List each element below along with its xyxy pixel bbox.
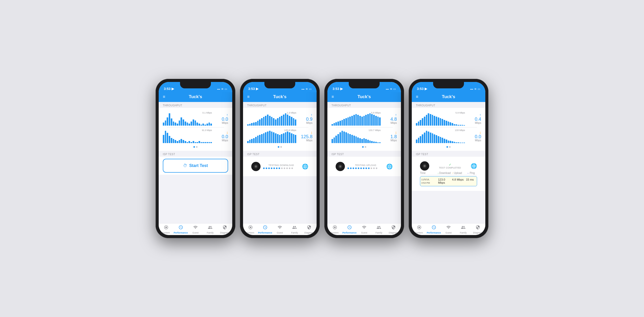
app-title: Tuck's bbox=[442, 94, 455, 99]
notch bbox=[264, 82, 295, 88]
tab-family[interactable]: Family bbox=[372, 225, 386, 234]
tab-performance[interactable]: Performance bbox=[426, 225, 441, 234]
menu-icon[interactable]: ≡ bbox=[332, 95, 334, 99]
upload-value-area: ↑ 0.9 Mbps bbox=[298, 113, 312, 124]
tab-system[interactable]: System bbox=[412, 225, 426, 234]
menu-icon[interactable]: ≡ bbox=[247, 95, 249, 99]
result-upload-value: 4.8 Mbps bbox=[452, 178, 466, 184]
tab-icon-performance bbox=[347, 225, 352, 231]
upload-chart-container: 5.9 Mbps ↑ 4.8 Mbps 133.7 Mbps bbox=[327, 108, 401, 151]
tab-guest[interactable]: Guest bbox=[441, 225, 456, 234]
status-icons: ▪▪▪ ≋ ▭ bbox=[386, 87, 396, 91]
tab-system[interactable]: System bbox=[159, 225, 173, 234]
tab-performance[interactable]: Performance bbox=[258, 225, 272, 234]
content-area: THROUGHPUT 5.9 Mbps ↑ 4.8 Mbps bbox=[327, 102, 401, 223]
globe-icon: 🌐 bbox=[302, 163, 308, 170]
tab-system[interactable]: System bbox=[243, 225, 258, 234]
tab-guest[interactable]: Guest bbox=[272, 225, 287, 234]
header-upload: ↑Upload bbox=[452, 172, 467, 174]
battery-icon: ▭ bbox=[225, 87, 227, 91]
download-chart-row: 125.8 Mbps ↓ 125.8 Mbps bbox=[247, 127, 312, 145]
results-header: Time ↓Download ↑Upload ↔Ping bbox=[420, 171, 477, 175]
upload-value-area: ↑ 4.8 Mbps bbox=[383, 113, 397, 124]
tab-system[interactable]: System bbox=[327, 225, 342, 234]
tab-icon-guest bbox=[193, 225, 198, 231]
download-unit: Mbps bbox=[467, 139, 481, 142]
tab-icon-system bbox=[417, 225, 422, 231]
tab-family[interactable]: Family bbox=[287, 225, 302, 234]
tab-icon-system bbox=[333, 225, 337, 231]
tab-icon-guest bbox=[362, 225, 366, 231]
dot-1 bbox=[362, 146, 364, 148]
tab-guest[interactable]: Guest bbox=[188, 225, 203, 234]
upload-unit: Mbps bbox=[383, 122, 397, 124]
test-completed-row: ✓ TEST COMPLETED 🌐 bbox=[420, 161, 477, 171]
upload-bars: 1.3 Mbps bbox=[247, 111, 296, 126]
tab-label-family: Family bbox=[460, 231, 467, 234]
start-test-label: Start Test bbox=[189, 163, 208, 168]
upload-max-label: 5.9 Mbps bbox=[371, 111, 381, 114]
notch bbox=[433, 82, 464, 88]
tab-diagnose[interactable]: Diagnose bbox=[386, 225, 401, 234]
phones-container: 3:53 ▶ ▪▪▪ ≋ ▭ ≡ Tuck's THROUGHPUT 0.1 M… bbox=[156, 79, 488, 238]
result-download-value: 123.0 Mbps bbox=[438, 178, 452, 184]
menu-icon[interactable]: ≡ bbox=[416, 95, 418, 99]
upload-chart-row: 5.9 Mbps ↑ 0.4 Mbps bbox=[416, 110, 481, 127]
download-max-label: 91.0 kbps bbox=[202, 129, 212, 132]
throughput-label: THROUGHPUT bbox=[327, 102, 401, 108]
dot-2 bbox=[449, 146, 451, 148]
status-icons: ▪▪▪ ≋ ▭ bbox=[470, 87, 480, 91]
tab-performance[interactable]: Performance bbox=[173, 225, 188, 234]
tab-label-family: Family bbox=[207, 231, 214, 234]
menu-icon[interactable]: ≡ bbox=[163, 95, 165, 99]
download-chart-row: 91.0 kbps ↓ 0.0 Mbps bbox=[163, 127, 228, 145]
tab-icon-guest bbox=[446, 225, 451, 231]
tab-icon-diagnose bbox=[476, 225, 480, 231]
tab-label-guest: Guest bbox=[361, 231, 367, 234]
upload-value-area: ↑ 0.0 Mbps bbox=[214, 113, 228, 124]
tab-label-guest: Guest bbox=[192, 231, 199, 234]
tab-label-diagnose: Diagnose bbox=[304, 231, 314, 234]
phone-screen: 3:53 ▶ ▪▪▪ ≋ ▭ ≡ Tuck's THROUGHPUT 5.9 M… bbox=[327, 82, 401, 235]
tab-diagnose[interactable]: Diagnose bbox=[218, 225, 232, 234]
tab-guest[interactable]: Guest bbox=[357, 225, 371, 234]
tab-bar: System Performance Guest Family bbox=[327, 223, 401, 235]
start-test-button[interactable]: ⏱ Start Test bbox=[163, 159, 228, 173]
download-unit: Mbps bbox=[383, 139, 397, 142]
tab-family[interactable]: Family bbox=[456, 225, 471, 234]
upload-arrow-icon: ↑ bbox=[383, 113, 397, 117]
clock-icon: ⏱ bbox=[183, 163, 187, 168]
status-icons: ▪▪▪ ≋ ▭ bbox=[217, 87, 227, 91]
tab-family[interactable]: Family bbox=[203, 225, 218, 234]
result-ping-value: 15 ms bbox=[466, 178, 476, 184]
download-value-area: ↓ 1.8 Mbps bbox=[383, 130, 397, 142]
notch bbox=[349, 82, 380, 88]
upload-unit: Mbps bbox=[298, 122, 312, 124]
throughput-label: THROUGHPUT bbox=[412, 102, 485, 108]
isp-test-content: ⏱ Start Test bbox=[159, 157, 232, 175]
phone-screen: 3:53 ▶ ▪▪▪ ≋ ▭ ≡ Tuck's THROUGHPUT 5.9 M… bbox=[412, 82, 485, 235]
router-icon bbox=[336, 162, 345, 171]
download-chart-row: 133 Mbps ↓ 0.0 Mbps bbox=[416, 127, 481, 145]
app-header: ≡ Tuck's bbox=[327, 92, 401, 102]
header-time: Time bbox=[420, 172, 437, 174]
tab-diagnose[interactable]: Diagnose bbox=[471, 225, 485, 234]
phone-3: 3:53 ▶ ▪▪▪ ≋ ▭ ≡ Tuck's THROUGHPUT 5.9 M… bbox=[324, 79, 404, 238]
upload-value-area: ↑ 0.4 Mbps bbox=[467, 113, 481, 124]
download-chart-row: 133.7 Mbps ↓ 1.8 Mbps bbox=[332, 127, 397, 145]
wifi-icon: ≋ bbox=[474, 87, 477, 91]
checkmark-icon: ✓ bbox=[432, 163, 468, 166]
battery-icon: ▭ bbox=[393, 87, 396, 91]
globe-icon: 🌐 bbox=[386, 163, 393, 170]
tab-label-diagnose: Diagnose bbox=[220, 231, 230, 234]
tab-label-performance: Performance bbox=[174, 231, 188, 234]
throughput-label: THROUGHPUT bbox=[243, 102, 317, 108]
notch bbox=[180, 82, 211, 88]
tab-diagnose[interactable]: Diagnose bbox=[302, 225, 317, 234]
app-header: ≡ Tuck's bbox=[243, 92, 317, 102]
tab-label-performance: Performance bbox=[342, 231, 356, 234]
tab-performance[interactable]: Performance bbox=[342, 225, 357, 234]
tab-icon-family bbox=[377, 225, 381, 231]
upload-value: 4.8 bbox=[383, 117, 397, 122]
tab-icon-performance bbox=[263, 225, 267, 231]
